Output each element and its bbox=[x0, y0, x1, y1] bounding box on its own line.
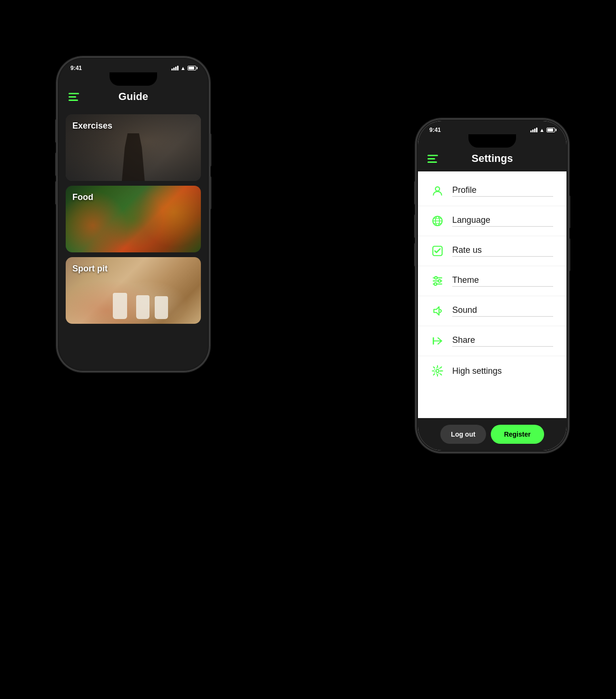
jar-1 bbox=[113, 293, 127, 319]
phones-container: 9:41 ▲ Guide bbox=[0, 0, 616, 699]
status-bar-settings: 9:41 ▲ bbox=[418, 121, 566, 135]
settings-item-sound[interactable]: Sound bbox=[418, 296, 566, 326]
logout-button[interactable]: Log out bbox=[440, 425, 486, 444]
phone-settings: 9:41 ▲ Settings bbox=[416, 119, 568, 452]
food-label: Food bbox=[72, 192, 93, 202]
status-bar-guide: 9:41 ▲ bbox=[59, 59, 208, 73]
globe-icon bbox=[431, 215, 444, 227]
rate-label: Rate us bbox=[452, 245, 553, 257]
sound-label: Sound bbox=[452, 305, 553, 317]
signal-icon-s bbox=[530, 128, 537, 132]
status-icons-settings: ▲ bbox=[530, 127, 555, 133]
svg-point-16 bbox=[436, 369, 439, 373]
check-square-icon bbox=[431, 245, 444, 257]
battery-icon-s bbox=[546, 128, 555, 132]
guide-screen: 9:41 ▲ Guide bbox=[59, 59, 208, 369]
sliders-icon bbox=[431, 275, 444, 287]
share-icon bbox=[431, 335, 444, 347]
settings-item-theme[interactable]: Theme bbox=[418, 266, 566, 296]
time-guide: 9:41 bbox=[70, 65, 82, 71]
wifi-icon-s: ▲ bbox=[539, 127, 545, 133]
signal-icon bbox=[171, 66, 179, 70]
status-icons-guide: ▲ bbox=[171, 65, 196, 71]
high-settings-label: High settings bbox=[452, 366, 553, 376]
settings-header: Settings bbox=[418, 148, 566, 171]
svg-point-17 bbox=[435, 368, 441, 374]
guide-header: Guide bbox=[59, 86, 208, 110]
time-settings: 9:41 bbox=[429, 127, 441, 133]
share-label: Share bbox=[452, 335, 553, 347]
exercises-label: Exercises bbox=[72, 121, 112, 131]
food-card[interactable]: Food bbox=[66, 186, 201, 252]
svg-point-8 bbox=[435, 277, 437, 279]
hamburger-menu[interactable] bbox=[69, 93, 79, 101]
language-label: Language bbox=[452, 215, 553, 227]
settings-hamburger[interactable] bbox=[427, 155, 438, 163]
phone-guide: 9:41 ▲ Guide bbox=[57, 57, 209, 371]
wifi-icon: ▲ bbox=[180, 65, 186, 71]
settings-item-language[interactable]: Language bbox=[418, 206, 566, 236]
battery-icon bbox=[188, 66, 196, 70]
settings-list: Profile Language bbox=[418, 171, 566, 418]
gear-icon bbox=[431, 365, 444, 377]
settings-item-profile[interactable]: Profile bbox=[418, 176, 566, 206]
register-button[interactable]: Register bbox=[491, 425, 544, 444]
svg-point-12 bbox=[434, 283, 437, 285]
exercises-card[interactable]: Exercises bbox=[66, 114, 201, 181]
sportpit-card[interactable]: Sport pit bbox=[66, 257, 201, 324]
svg-point-0 bbox=[436, 187, 440, 191]
settings-footer: Log out Register bbox=[418, 418, 566, 450]
volume-icon bbox=[431, 305, 444, 317]
sportpit-label: Sport pit bbox=[72, 264, 108, 274]
svg-marker-13 bbox=[434, 307, 439, 315]
guide-content: Exercises Food Sport pit bbox=[59, 110, 208, 329]
settings-title: Settings bbox=[446, 152, 539, 165]
notch-settings bbox=[418, 135, 566, 148]
settings-item-rate[interactable]: Rate us bbox=[418, 236, 566, 266]
svg-point-10 bbox=[438, 280, 441, 282]
profile-label: Profile bbox=[452, 185, 553, 197]
settings-screen: 9:41 ▲ Settings bbox=[418, 121, 566, 450]
notch-guide bbox=[59, 73, 208, 86]
settings-item-share[interactable]: Share bbox=[418, 326, 566, 356]
jar-2 bbox=[136, 295, 149, 319]
person-icon bbox=[431, 185, 444, 197]
guide-title: Guide bbox=[87, 90, 180, 103]
jar-3 bbox=[155, 296, 168, 319]
settings-item-high-settings[interactable]: High settings bbox=[418, 356, 566, 386]
theme-label: Theme bbox=[452, 275, 553, 287]
